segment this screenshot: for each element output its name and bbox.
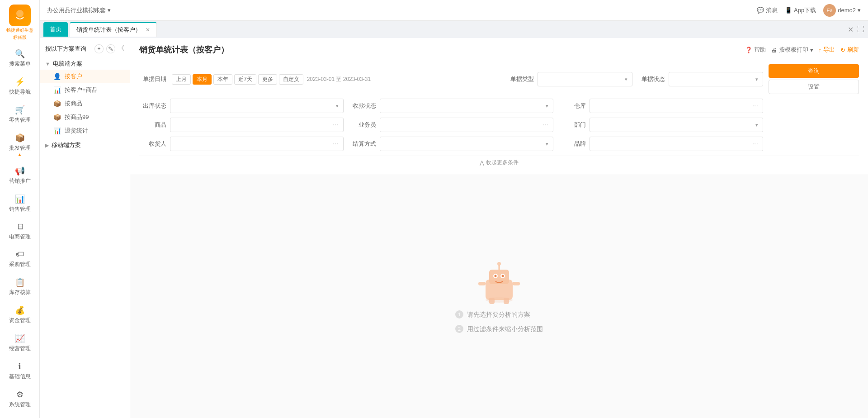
sidebar-item-system[interactable]: ⚙ 系统管理	[0, 385, 39, 413]
brand-filter: 品牌 ···	[559, 137, 763, 151]
scheme-item-by-customer[interactable]: 👤 按客户	[40, 70, 130, 83]
doc-status-filter: 单据状态 ▾	[638, 72, 763, 86]
scheme-item-return-stat[interactable]: 📊 退货统计	[40, 124, 130, 138]
fullscreen-button[interactable]: ⛶	[857, 25, 864, 33]
page-title: 销货单统计表（按客户）	[139, 44, 229, 55]
sidebar-item-wholesale[interactable]: 📦 批发管理 ▲	[0, 128, 39, 162]
add-scheme-button[interactable]: +	[94, 44, 104, 53]
settlement-select[interactable]: ▾	[380, 137, 553, 151]
brand-label: 品牌	[559, 140, 586, 148]
sidebar-item-shortcut[interactable]: ⚡ 快捷导航	[0, 72, 39, 100]
filter-area: 单据日期 上月 本月 本年 近7天 更多 自定义 2023-03-01 至 20…	[130, 60, 868, 174]
out-status-select[interactable]: ▾	[170, 99, 344, 113]
edit-scheme-button[interactable]: ✎	[106, 44, 115, 53]
warehouse-select[interactable]: ···	[590, 99, 763, 113]
dept-select[interactable]: ▾	[590, 118, 763, 132]
user-dropdown-arrow: ▾	[858, 7, 861, 14]
scheme-item-by-customer-goods[interactable]: 📊 按客户+商品	[40, 83, 130, 97]
tab-sales-stat-label: 销货单统计表（按客户）	[76, 26, 141, 34]
scheme-item-by-goods[interactable]: 📦 按商品	[40, 97, 130, 110]
doc-type-select[interactable]: ▾	[538, 72, 632, 86]
sidebar-item-enterprise[interactable]: 🤝 企业协同	[0, 413, 39, 418]
export-label: 导出	[823, 46, 835, 54]
by-customer-goods-icon: 📊	[53, 86, 61, 94]
sidebar-label-finance: 资金管理	[9, 317, 31, 324]
scheme-item-by-goods-99[interactable]: 📦 按商品99	[40, 110, 130, 124]
sidebar-item-basic[interactable]: ℹ 基础信息	[0, 357, 39, 385]
warehouse-dots: ···	[752, 102, 758, 110]
help-label: 帮助	[754, 46, 766, 54]
help-button[interactable]: ❓ 帮助	[745, 46, 766, 54]
sidebar-label-retail: 零售管理	[9, 116, 31, 124]
receipt-status-arrow: ▾	[546, 103, 548, 109]
tab-close-button[interactable]: ✕	[146, 27, 150, 33]
sidebar-item-purchase[interactable]: 🏷 采购管理	[0, 245, 39, 273]
goods-select[interactable]: ···	[170, 118, 344, 132]
sales-mgmt-icon: 📊	[15, 194, 25, 204]
tab-sales-stat[interactable]: 销货单统计表（按客户） ✕	[70, 22, 157, 37]
sidebar-label-marketing: 营销推广	[9, 177, 31, 185]
refresh-button[interactable]: ↻ 刷新	[840, 46, 859, 54]
tab-home[interactable]: 首页	[43, 22, 68, 37]
app-download-button[interactable]: 📱 App下载	[785, 6, 816, 14]
collapse-up-icon: ⋀	[480, 160, 484, 166]
sidebar-item-sales-mgmt[interactable]: 📊 销售管理	[0, 190, 39, 218]
svg-point-0	[16, 10, 24, 17]
settlement-label: 结算方式	[349, 140, 376, 148]
mobile-group-arrow: ▶	[45, 142, 49, 148]
export-icon: ↑	[819, 47, 822, 53]
print-icon: 🖨	[771, 47, 777, 53]
sidebar: 畅捷通好生意 标账版 🔍 搜索菜单 ⚡ 快捷导航 🛒 零售管理 📦 批发管理 ▲…	[0, 0, 40, 418]
collapse-scheme-button[interactable]: 《	[118, 44, 124, 53]
download-icon: 📱	[785, 7, 792, 14]
settings-button[interactable]: 设置	[769, 80, 859, 94]
scheme-group-pc-header[interactable]: ▼ 电脑端方案	[40, 58, 130, 70]
sidebar-item-ecommerce[interactable]: 🖥 电商管理	[0, 218, 39, 245]
consignee-select[interactable]: ···	[170, 137, 344, 151]
marketing-icon: 📢	[15, 166, 25, 176]
date-btn-this-month[interactable]: 本月	[193, 74, 212, 85]
brand-select[interactable]: ···	[590, 137, 763, 151]
sidebar-item-finance[interactable]: 💰 资金管理	[0, 301, 39, 329]
refresh-label: 刷新	[847, 46, 859, 54]
sidebar-label-sales-mgmt: 销售管理	[9, 205, 31, 213]
main-area: 办公用品行业模拟账套 ▾ 💬 消息 📱 App下载 Ea demo2 ▾ 首页	[40, 0, 868, 418]
date-btn-last-7[interactable]: 近7天	[234, 74, 256, 85]
topbar-dropdown-arrow: ▾	[108, 7, 111, 14]
date-btn-custom[interactable]: 自定义	[279, 74, 303, 85]
by-customer-icon: 👤	[53, 73, 61, 80]
tab-home-label: 首页	[50, 25, 61, 33]
export-button[interactable]: ↑ 导出	[819, 46, 835, 54]
sidebar-item-inventory[interactable]: 📋 库存核算	[0, 273, 39, 301]
pc-group-arrow: ▼	[45, 61, 50, 66]
date-btn-this-year[interactable]: 本年	[213, 74, 232, 85]
close-window-button[interactable]: ✕	[848, 25, 854, 34]
query-button[interactable]: 查询	[769, 64, 859, 78]
sidebar-item-marketing[interactable]: 📢 营销推广	[0, 162, 39, 190]
collapse-more-label: 收起更多条件	[486, 159, 519, 166]
doc-type-label: 单据类型	[507, 75, 534, 83]
system-icon: ⚙	[16, 390, 24, 399]
topbar-title-dropdown[interactable]: 办公用品行业模拟账套 ▾	[47, 6, 111, 14]
date-btn-more[interactable]: 更多	[258, 74, 277, 85]
scheme-group-mobile-header[interactable]: ▶ 移动端方案	[40, 139, 130, 151]
sidebar-item-search[interactable]: 🔍 搜索菜单	[0, 44, 39, 72]
user-menu[interactable]: Ea demo2 ▾	[823, 4, 861, 17]
sidebar-item-business[interactable]: 📈 经营管理	[0, 329, 39, 357]
message-button[interactable]: 💬 消息	[757, 6, 778, 14]
collapse-more-button[interactable]: ⋀ 收起更多条件	[480, 159, 519, 166]
template-print-button[interactable]: 🖨 按模板打印 ▾	[771, 46, 813, 54]
scheme-panel-title: 按以下方案查询	[45, 45, 86, 53]
basic-icon: ℹ	[18, 361, 21, 371]
receipt-status-select[interactable]: ▾	[380, 99, 553, 113]
goods-label: 商品	[139, 121, 166, 129]
page-actions: ❓ 帮助 🖨 按模板打印 ▾ ↑ 导出 ↻ 刷新	[745, 46, 859, 54]
sidebar-item-retail[interactable]: 🛒 零售管理	[0, 100, 39, 128]
scheme-group-mobile: ▶ 移动端方案	[40, 139, 130, 151]
salesperson-select[interactable]: ···	[380, 118, 553, 132]
doc-status-select[interactable]: ▾	[669, 72, 763, 86]
filter-row-1: 单据日期 上月 本月 本年 近7天 更多 自定义 2023-03-01 至 20…	[139, 64, 859, 94]
date-btn-last-month[interactable]: 上月	[172, 74, 191, 85]
receipt-status-filter: 收款状态 ▾	[349, 99, 553, 113]
goods-dots: ···	[333, 121, 339, 129]
